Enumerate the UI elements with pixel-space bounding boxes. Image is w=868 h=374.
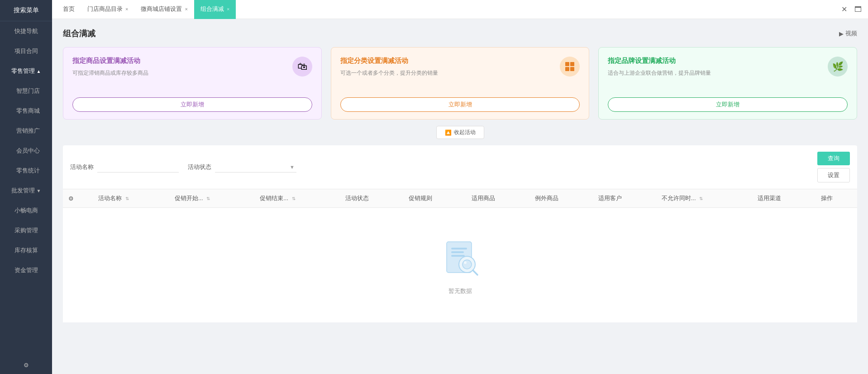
activity-status-select[interactable]: 进行中 已结束 未开始 bbox=[215, 162, 296, 173]
category-card: 指定分类设置满减活动 可选一个或者多个分类，提升分类的销量 立即新增 bbox=[331, 47, 590, 120]
tab-home[interactable]: 首页 bbox=[57, 0, 81, 19]
col-promo-end[interactable]: 促销结束... ⇅ bbox=[254, 189, 339, 208]
sidebar-item-quick-nav[interactable]: 快捷导航 bbox=[0, 21, 52, 41]
product-card-title: 指定商品设置满减活动 bbox=[72, 57, 312, 65]
collapse-label: 收起活动 bbox=[454, 129, 476, 136]
collapse-bar: 🔼 收起活动 bbox=[63, 126, 857, 139]
sidebar-item-label: 库存核算 bbox=[14, 246, 38, 254]
brand-card-desc: 适合与上游企业联合做营销，提升品牌销量 bbox=[608, 69, 848, 77]
table-wrapper: ⚙ 活动名称 ⇅ 促销开始... ⇅ 促销结束... ⇅ bbox=[63, 189, 857, 322]
sidebar-item-smart-store[interactable]: 智慧门店 bbox=[0, 81, 52, 101]
activity-status-select-wrapper: 进行中 已结束 未开始 ▼ bbox=[215, 162, 296, 173]
col-gear[interactable]: ⚙ bbox=[63, 189, 93, 208]
tab-store-catalog-close[interactable]: × bbox=[125, 6, 128, 12]
col-not-allow[interactable]: 不允许同时... ⇅ bbox=[656, 189, 752, 208]
col-apply-product-label: 适用商品 bbox=[472, 195, 495, 201]
col-operation-label: 操作 bbox=[821, 195, 833, 201]
settings-button[interactable]: 设置 bbox=[817, 168, 850, 182]
content-area: 组合满减 ▶ 视频 🛍 指定商品设置满减活动 可指定滞销商品或库存较多商品 立即… bbox=[52, 19, 868, 374]
brand-card: 🌿 指定品牌设置满减活动 适合与上游企业联合做营销，提升品牌销量 立即新增 bbox=[598, 47, 857, 120]
svg-point-9 bbox=[463, 260, 472, 269]
sort-icon: ⇅ bbox=[699, 196, 703, 201]
tab-home-label: 首页 bbox=[63, 5, 75, 13]
svg-rect-5 bbox=[451, 248, 467, 249]
tab-combo-discount[interactable]: 组合满减 × bbox=[194, 0, 236, 19]
empty-text: 暂无数据 bbox=[448, 287, 472, 295]
sidebar-item-wholesale-manage[interactable]: 批发管理 ▼ bbox=[0, 181, 52, 201]
svg-rect-0 bbox=[565, 62, 569, 66]
page-title: 组合满减 bbox=[63, 28, 95, 39]
tab-ministore-settings[interactable]: 微商城店铺设置 × bbox=[134, 0, 194, 19]
sidebar-item-marketing[interactable]: 营销推广 bbox=[0, 121, 52, 141]
sidebar-item-label: 小畅电商 bbox=[14, 206, 38, 215]
collapse-up-icon: 🔼 bbox=[445, 129, 452, 136]
col-operation: 操作 bbox=[816, 189, 857, 208]
sidebar-item-label: 零售商城 bbox=[16, 107, 40, 115]
query-button[interactable]: 查询 bbox=[817, 152, 850, 165]
col-not-allow-label: 不允许同时... bbox=[662, 195, 696, 201]
sidebar-item-member-center[interactable]: 会员中心 bbox=[0, 141, 52, 161]
sidebar-item-label: 智慧门店 bbox=[16, 87, 40, 95]
sidebar-item-fund-manage[interactable]: 资金管理 bbox=[0, 260, 52, 280]
brand-card-title: 指定品牌设置满减活动 bbox=[608, 57, 848, 65]
svg-line-10 bbox=[473, 270, 477, 275]
window-maximize-button[interactable]: 🗖 bbox=[853, 5, 863, 14]
product-card-desc: 可指定滞销商品或库存较多商品 bbox=[72, 69, 312, 77]
activity-name-filter: 活动名称 bbox=[70, 162, 179, 173]
col-promo-end-label: 促销结束... bbox=[260, 195, 288, 201]
sort-icon: ⇅ bbox=[125, 196, 129, 201]
play-icon: ▶ bbox=[839, 30, 844, 37]
sort-icon: ⇅ bbox=[206, 196, 210, 201]
brand-card-add-button[interactable]: 立即新增 bbox=[608, 97, 848, 112]
activity-table: ⚙ 活动名称 ⇅ 促销开始... ⇅ 促销结束... ⇅ bbox=[63, 189, 857, 208]
sidebar-item-inventory-check[interactable]: 库存核算 bbox=[0, 240, 52, 260]
window-close-button[interactable]: ✕ bbox=[839, 5, 849, 14]
col-apply-product: 适用商品 bbox=[466, 189, 529, 208]
sidebar-item-label: 会员中心 bbox=[16, 147, 40, 155]
activity-name-input[interactable] bbox=[97, 162, 179, 173]
empty-icon bbox=[438, 235, 483, 287]
col-apply-channel-label: 适用渠道 bbox=[758, 195, 781, 201]
sidebar-item-retail-stats[interactable]: 零售统计 bbox=[0, 161, 52, 181]
empty-state: 暂无数据 bbox=[63, 208, 857, 322]
sidebar-item-purchase-manage[interactable]: 采购管理 bbox=[0, 221, 52, 240]
sidebar-item-label: 快捷导航 bbox=[14, 27, 38, 35]
tab-bar: 首页 门店商品目录 × 微商城店铺设置 × 组合满减 × ✕ 🗖 bbox=[52, 0, 868, 19]
collapse-button[interactable]: 🔼 收起活动 bbox=[436, 126, 484, 139]
video-label: 视频 bbox=[845, 29, 857, 38]
sidebar-item-xiaochangec[interactable]: 小畅电商 bbox=[0, 201, 52, 221]
tab-store-catalog-label: 门店商品目录 bbox=[87, 5, 123, 13]
svg-rect-1 bbox=[570, 62, 574, 66]
cards-row: 🛍 指定商品设置满减活动 可指定滞销商品或库存较多商品 立即新增 指定分类设置满… bbox=[63, 47, 857, 120]
filter-row: 活动名称 活动状态 进行中 已结束 未开始 ▼ 查询 设置 bbox=[63, 145, 857, 189]
sidebar-search[interactable]: 搜索菜单 bbox=[0, 0, 52, 21]
sidebar-item-label: 批发管理 bbox=[11, 187, 35, 195]
tab-combo-discount-label: 组合满减 bbox=[200, 5, 224, 13]
tab-store-catalog[interactable]: 门店商品目录 × bbox=[81, 0, 134, 19]
col-promo-start[interactable]: 促销开始... ⇅ bbox=[169, 189, 254, 208]
svg-rect-3 bbox=[570, 67, 574, 71]
product-card: 🛍 指定商品设置满减活动 可指定滞销商品或库存较多商品 立即新增 bbox=[63, 47, 322, 120]
sidebar-item-label: 营销推广 bbox=[16, 127, 40, 135]
main-area: 首页 门店商品目录 × 微商城店铺设置 × 组合满减 × ✕ 🗖 组合满减 ▶ … bbox=[52, 0, 868, 374]
sidebar-item-project-contract[interactable]: 项目合同 bbox=[0, 41, 52, 61]
gear-icon: ⚙ bbox=[68, 195, 74, 202]
video-link[interactable]: ▶ 视频 bbox=[839, 29, 857, 38]
product-card-add-button[interactable]: 立即新增 bbox=[72, 97, 312, 112]
category-card-title: 指定分类设置满减活动 bbox=[340, 57, 580, 65]
sidebar-item-retail-mall[interactable]: 零售商城 bbox=[0, 101, 52, 121]
col-exclude-product: 例外商品 bbox=[529, 189, 593, 208]
tab-combo-discount-close[interactable]: × bbox=[227, 6, 229, 12]
sort-icon: ⇅ bbox=[292, 196, 296, 201]
col-activity-status: 活动状态 bbox=[340, 189, 403, 208]
tab-ministore-settings-close[interactable]: × bbox=[185, 6, 187, 12]
category-card-add-button[interactable]: 立即新增 bbox=[340, 97, 580, 112]
col-apply-customer-label: 适用客户 bbox=[598, 195, 622, 201]
table-header-row: ⚙ 活动名称 ⇅ 促销开始... ⇅ 促销结束... ⇅ bbox=[63, 189, 857, 208]
sidebar-item-label: 采购管理 bbox=[14, 226, 38, 235]
col-activity-name-label: 活动名称 bbox=[98, 195, 122, 201]
sidebar-item-retail-manage[interactable]: 零售管理 ▲ bbox=[0, 61, 52, 81]
col-activity-name[interactable]: 活动名称 ⇅ bbox=[93, 189, 169, 208]
sidebar-settings[interactable]: ⚙ bbox=[0, 356, 52, 374]
tab-actions: ✕ 🗖 bbox=[839, 5, 863, 14]
